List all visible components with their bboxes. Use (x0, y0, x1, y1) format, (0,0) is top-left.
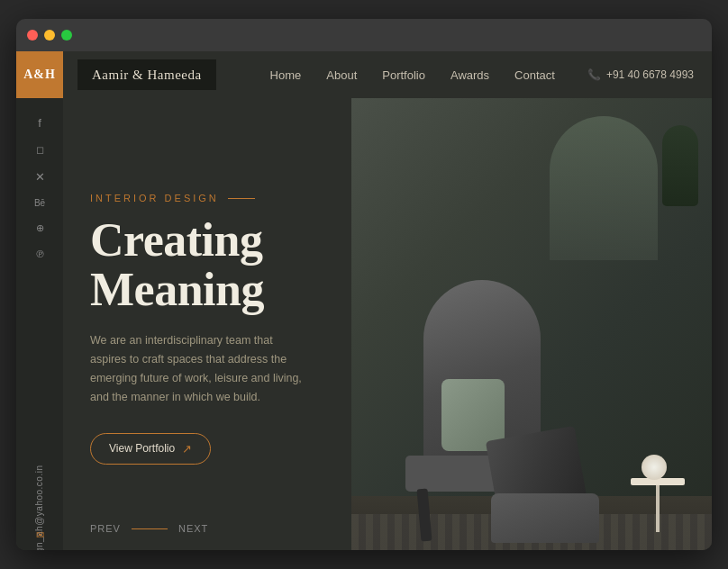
dribbble-icon[interactable]: ⊕ (36, 222, 44, 234)
label-line: INTERIOR DESIGN (90, 193, 324, 203)
hero-description: We are an interdisciplinary team that as… (90, 331, 306, 408)
instagram-icon[interactable]: ◻ (36, 144, 44, 156)
arch-decoration (550, 116, 658, 260)
plant-decoration (658, 125, 703, 233)
side-table (631, 478, 685, 532)
browser-window: A&H Aamir & Hameeda Home About Portfolio… (16, 19, 712, 550)
nav-about[interactable]: About (326, 68, 357, 82)
nav-contact[interactable]: Contact (514, 68, 555, 82)
ottoman (491, 493, 599, 543)
view-portfolio-button[interactable]: View Portfolio ↗ (90, 433, 211, 465)
hero-heading-line2: Meaning (90, 264, 264, 315)
label-divider (228, 198, 255, 199)
hero-image-section (351, 98, 712, 550)
content-area: INTERIOR DESIGN Creating Meaning We are … (63, 98, 712, 550)
pagination-line (132, 528, 168, 529)
prev-next-nav: PREV NEXT (90, 523, 208, 534)
logo-initials: A&H (23, 68, 56, 82)
hero-heading-line1: Creating (90, 214, 262, 266)
behance-icon[interactable]: Bē (34, 198, 45, 208)
twitter-icon[interactable]: ✕ (35, 170, 45, 184)
room-background (351, 98, 712, 550)
phone-icon: 📞 (587, 68, 601, 82)
nav-awards[interactable]: Awards (450, 68, 489, 82)
phone-container: 📞 +91 40 6678 4993 (587, 68, 694, 82)
nav-portfolio[interactable]: Portfolio (382, 68, 425, 82)
facebook-icon[interactable]: f (38, 116, 41, 130)
main-nav: Home About Portfolio Awards Contact 📞 +9… (270, 68, 712, 82)
site-header: A&H Aamir & Hameeda Home About Portfolio… (16, 51, 712, 98)
email-icon: ✉ (36, 529, 44, 541)
maximize-button[interactable] (61, 30, 72, 41)
brand-name: Aamir & Hameeda (92, 68, 202, 82)
brand-name-box: Aamir & Hameeda (77, 59, 216, 90)
phone-number: +91 40 6678 4993 (606, 68, 694, 81)
chair-leg-left (416, 489, 432, 542)
cta-label: View Portfolio (109, 442, 175, 455)
browser-chrome (16, 19, 712, 51)
social-sidebar: f ◻ ✕ Bē ⊕ ℗ design_ah@yahoo.co.in ✉ (16, 98, 63, 550)
nav-home[interactable]: Home (270, 68, 302, 82)
next-button[interactable]: NEXT (178, 523, 208, 534)
main-content: f ◻ ✕ Bē ⊕ ℗ design_ah@yahoo.co.in ✉ INT… (16, 98, 712, 550)
pinterest-icon[interactable]: ℗ (35, 248, 45, 260)
minimize-button[interactable] (44, 30, 55, 41)
hero-label: INTERIOR DESIGN (90, 193, 219, 203)
lamp (642, 455, 667, 480)
logo-box: A&H (16, 51, 63, 98)
close-button[interactable] (27, 30, 38, 41)
hero-heading: Creating Meaning (90, 216, 324, 314)
hero-text-section: INTERIOR DESIGN Creating Meaning We are … (63, 98, 351, 550)
arrow-icon: ↗ (182, 442, 192, 456)
prev-button[interactable]: PREV (90, 523, 121, 534)
plant-leaves (662, 125, 698, 206)
site-container: A&H Aamir & Hameeda Home About Portfolio… (16, 51, 712, 550)
table-leg (656, 485, 660, 532)
